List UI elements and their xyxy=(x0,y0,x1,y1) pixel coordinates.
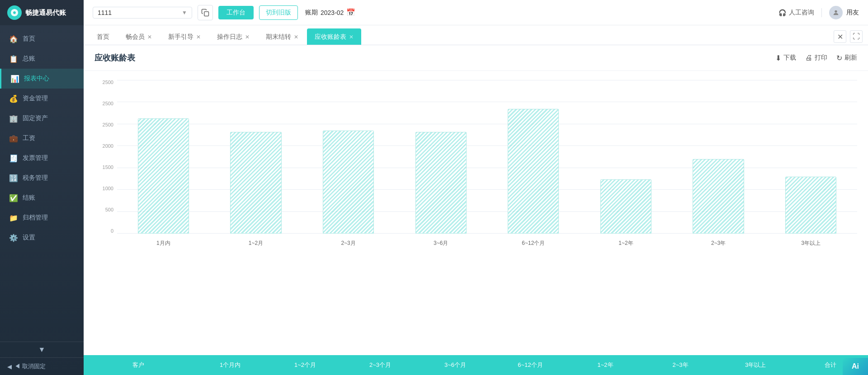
period-label: 账期 xyxy=(305,9,318,17)
tab-close-ar-aging[interactable]: ✕ xyxy=(349,34,354,40)
bar-group-5 xyxy=(580,179,672,234)
consult-label: 人工咨询 xyxy=(789,9,814,17)
sidebar-label-invoice-management: 发票管理 xyxy=(23,154,48,162)
bar-chart: 25002500250020001500100050001月内1~2月2~3月3… xyxy=(94,80,857,252)
fund-management-icon: 💰 xyxy=(9,94,18,103)
bar-group-4 xyxy=(487,109,580,234)
archive-icon: 📁 xyxy=(9,213,18,222)
sidebar-item-fund-management[interactable]: 💰 资金管理 xyxy=(0,89,84,108)
maximize-tab-button[interactable]: ⛶ xyxy=(850,30,863,43)
refresh-button[interactable]: ↻ 刷新 xyxy=(836,54,857,62)
settlement-icon: ✅ xyxy=(9,193,18,202)
divider xyxy=(821,8,822,17)
table-header-6: 1~2年 xyxy=(568,356,643,375)
x-label-3: 3~6月 xyxy=(395,239,487,247)
sidebar-item-tax-management[interactable]: 🔢 税务管理 xyxy=(0,168,84,188)
tab-operation-log[interactable]: 操作日志✕ xyxy=(209,28,257,45)
sidebar-label-home: 首页 xyxy=(23,35,35,43)
tab-close-guide[interactable]: ✕ xyxy=(196,34,201,40)
sidebar-item-archive[interactable]: 📁 归档管理 xyxy=(0,208,84,228)
sidebar: 畅捷通易代账 🏠 首页 📋 总账 📊 报表中心 💰 资金管理 🏢 固定资产 💼 … xyxy=(0,0,84,375)
sidebar-nav: 🏠 首页 📋 总账 📊 报表中心 💰 资金管理 🏢 固定资产 💼 工资 🧾 发票… xyxy=(0,25,84,342)
sidebar-item-home[interactable]: 🏠 首页 xyxy=(0,29,84,49)
chart-area: 25002500250020001500100050001月内1~2月2~3月3… xyxy=(84,71,868,355)
sidebar-unpin[interactable]: ◀ ◀ 取消固定 xyxy=(0,357,84,375)
sidebar-item-payroll[interactable]: 💼 工资 xyxy=(0,128,84,148)
company-selector[interactable]: 1111 ▼ xyxy=(93,7,192,19)
tab-bar: 首页畅会员✕新手引导✕操作日志✕期末结转✕应收账龄表✕ ✕ ⛶ xyxy=(84,25,868,45)
x-label-5: 1~2年 xyxy=(580,239,672,247)
consult-button[interactable]: 🎧 人工咨询 xyxy=(778,9,814,17)
tab-label-guide: 新手引导 xyxy=(168,33,193,41)
sidebar-item-report-center[interactable]: 📊 报表中心 xyxy=(0,69,84,89)
main-area: 1111 ▼ 工作台 切到旧版 账期 2023-02 📅 🎧 人工咨询 xyxy=(84,0,868,375)
report-center-icon: 📊 xyxy=(10,74,19,83)
workbench-button[interactable]: 工作台 xyxy=(218,6,254,19)
sidebar-item-general-ledger[interactable]: 📋 总账 xyxy=(0,49,84,69)
sidebar-item-settings[interactable]: ⚙️ 设置 xyxy=(0,228,84,248)
sidebar-item-fixed-assets[interactable]: 🏢 固定资产 xyxy=(0,108,84,128)
sidebar-label-payroll: 工资 xyxy=(23,134,35,142)
tab-home[interactable]: 首页 xyxy=(89,28,117,45)
download-button[interactable]: ⬇ 下载 xyxy=(775,54,796,62)
headset-icon: 🎧 xyxy=(778,9,786,16)
copy-button[interactable] xyxy=(198,5,213,20)
x-label-6: 2~3年 xyxy=(672,239,765,247)
tab-actions: ✕ ⛶ xyxy=(834,30,863,45)
refresh-icon: ↻ xyxy=(836,54,842,62)
sidebar-label-general-ledger: 总账 xyxy=(23,55,35,63)
bar-3 xyxy=(415,132,467,234)
sidebar-scroll-down[interactable]: ▼ xyxy=(0,342,84,357)
tab-close-operation-log[interactable]: ✕ xyxy=(245,34,250,40)
sidebar-label-archive: 归档管理 xyxy=(23,214,48,222)
sidebar-item-invoice-management[interactable]: 🧾 发票管理 xyxy=(0,148,84,168)
print-label: 打印 xyxy=(815,54,827,62)
sidebar-label-fixed-assets: 固定资产 xyxy=(23,114,48,122)
user-menu[interactable]: 用友 xyxy=(829,6,859,19)
page-title: 应收账龄表 xyxy=(94,52,135,63)
tab-close-period-closing[interactable]: ✕ xyxy=(294,34,298,40)
home-icon: 🏠 xyxy=(9,34,18,43)
tab-period-closing[interactable]: 期末结转✕ xyxy=(258,28,306,45)
svg-point-1 xyxy=(835,10,837,12)
bar-group-7 xyxy=(764,177,857,234)
sidebar-label-settlement: 结账 xyxy=(23,194,35,202)
x-label-4: 6~12个月 xyxy=(487,239,580,247)
logo-text: 畅捷通易代账 xyxy=(25,9,66,17)
close-tab-button[interactable]: ✕ xyxy=(834,30,846,43)
sidebar-item-settlement[interactable]: ✅ 结账 xyxy=(0,188,84,208)
tab-member[interactable]: 畅会员✕ xyxy=(118,28,160,45)
calendar-icon[interactable]: 📅 xyxy=(346,8,355,17)
tab-close-member[interactable]: ✕ xyxy=(147,34,152,40)
switch-version-button[interactable]: 切到旧版 xyxy=(259,5,298,20)
tab-label-period-closing: 期末结转 xyxy=(266,33,291,41)
sidebar-label-settings: 设置 xyxy=(23,234,35,242)
sidebar-label-tax-management: 税务管理 xyxy=(23,174,48,182)
period-info: 账期 2023-02 📅 xyxy=(305,8,355,17)
tab-ar-aging[interactable]: 应收账龄表✕ xyxy=(307,28,361,45)
tab-guide[interactable]: 新手引导✕ xyxy=(160,28,208,45)
x-label-7: 3年以上 xyxy=(764,239,857,247)
sidebar-label-report-center: 报表中心 xyxy=(24,75,49,83)
ai-badge[interactable]: Ai xyxy=(843,358,868,375)
print-icon: 🖨 xyxy=(805,54,812,62)
topbar-right: 🎧 人工咨询 用友 xyxy=(778,6,859,19)
table-header-5: 6~12个月 xyxy=(493,356,568,375)
bars-wrapper xyxy=(94,80,857,234)
bar-6 xyxy=(693,159,744,234)
dropdown-arrow-icon: ▼ xyxy=(182,9,187,16)
topbar: 1111 ▼ 工作台 切到旧版 账期 2023-02 📅 🎧 人工咨询 xyxy=(84,0,868,25)
payroll-icon: 💼 xyxy=(9,134,18,143)
tab-label-ar-aging: 应收账龄表 xyxy=(315,33,346,41)
bar-group-3 xyxy=(395,132,487,234)
print-button[interactable]: 🖨 打印 xyxy=(805,54,827,62)
svg-rect-0 xyxy=(204,11,209,16)
bar-group-0 xyxy=(117,118,210,234)
tab-label-home: 首页 xyxy=(97,33,109,41)
table-header-0: 客户 xyxy=(84,356,193,375)
table-header: 客户1个月内1~2个月2~3个月3~6个月6~12个月1~2年2~3年3年以上合… xyxy=(84,355,868,375)
table-header-4: 3~6个月 xyxy=(418,356,493,375)
x-label-2: 2~3月 xyxy=(302,239,395,247)
unpin-icon: ◀ xyxy=(7,363,12,370)
download-label: 下载 xyxy=(783,54,796,62)
